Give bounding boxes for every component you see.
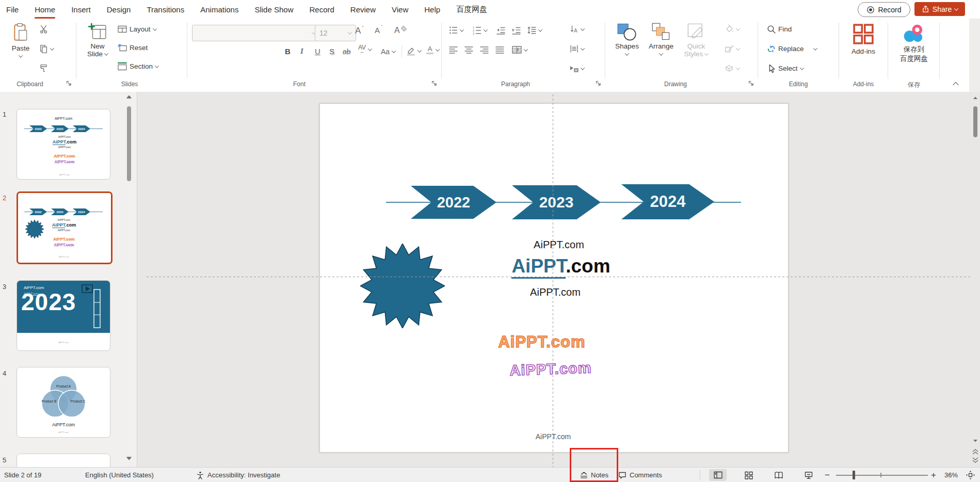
next-slide-button[interactable] [972, 457, 978, 463]
comments-button[interactable]: Comments [618, 468, 662, 482]
view-slide-sorter-button[interactable] [740, 469, 758, 481]
panel-scrollbar[interactable] [125, 93, 133, 466]
menu-slideshow[interactable]: Slide Show [254, 5, 293, 14]
copy-button[interactable] [39, 44, 54, 53]
share-button[interactable]: Share [914, 2, 965, 16]
menu-insert[interactable]: Insert [71, 5, 91, 14]
menu-home[interactable]: Home [35, 5, 55, 14]
decrease-indent-button[interactable] [496, 26, 505, 35]
fit-to-window-button[interactable] [966, 468, 975, 482]
new-slide-button[interactable]: New Slide [82, 23, 114, 58]
canvas-scrollbar-thumb[interactable] [973, 106, 977, 137]
find-button[interactable]: Find [767, 25, 792, 34]
paste-button[interactable]: Paste [7, 23, 34, 58]
font-size-combobox[interactable]: 12 [315, 25, 356, 41]
section-button[interactable]: Section [118, 62, 158, 71]
vertical-guide[interactable] [553, 94, 553, 467]
menu-design[interactable]: Design [107, 5, 131, 14]
slide-thumbnail-5[interactable] [17, 454, 110, 467]
panel-scroll-down-icon[interactable] [126, 456, 132, 460]
character-spacing-button[interactable]: AV↔ [358, 45, 372, 54]
slide-thumbnail-3[interactable]: AiPPT.com AiPPT.com 2023 AiPPT.com [17, 280, 110, 351]
italic-button[interactable]: I [300, 47, 303, 55]
drawing-dialog-launcher[interactable] [748, 81, 754, 87]
bullets-button[interactable] [449, 26, 463, 35]
reset-button[interactable]: Reset [118, 43, 148, 52]
paragraph-dialog-launcher[interactable] [596, 81, 602, 87]
increase-indent-button[interactable] [512, 26, 521, 35]
menu-file[interactable]: File [6, 5, 19, 14]
zoom-in-button[interactable]: + [931, 468, 936, 482]
view-normal-button[interactable] [709, 469, 727, 481]
canvas-scroll-up-icon[interactable] [973, 96, 978, 100]
menu-help[interactable]: Help [424, 5, 440, 14]
zoom-slider-thumb[interactable] [853, 471, 855, 479]
align-right-button[interactable] [480, 45, 489, 54]
slide-editing-surface[interactable]: 2022 2023 2024 AiPPT.com AiPPT.com AiPPT… [319, 103, 789, 453]
menu-record[interactable]: Record [309, 5, 334, 14]
convert-smartart-button[interactable] [570, 64, 584, 73]
collapse-ribbon-button[interactable] [952, 81, 959, 87]
save-to-baidu-button[interactable]: 保存到 百度网盘 [892, 24, 936, 63]
slide-text-purple[interactable]: AiPPT.com [473, 358, 629, 380]
shape-effects-button[interactable] [725, 64, 740, 73]
grow-font-button[interactable]: Aˆ [355, 26, 364, 36]
slide-thumbnail-2[interactable]: 2022 2023 2024 AiPPT.com AiPPT.com AiPPT… [17, 191, 113, 264]
zoom-slider-track[interactable] [836, 475, 928, 476]
record-button[interactable]: Record [858, 2, 910, 17]
underline-button[interactable]: U [315, 47, 320, 55]
quick-styles-button[interactable]: Quick Styles [680, 23, 712, 58]
menu-transitions[interactable]: Transitions [147, 5, 184, 14]
text-direction-button[interactable]: A [570, 25, 584, 34]
font-name-combobox[interactable] [192, 25, 320, 41]
shape-fill-button[interactable] [725, 25, 740, 34]
canvas-scroll-down-icon[interactable] [973, 439, 978, 443]
font-dialog-launcher[interactable] [431, 81, 438, 87]
addins-button[interactable]: Add-ins [845, 24, 881, 55]
starburst-shape[interactable] [360, 244, 445, 328]
line-spacing-button[interactable] [527, 26, 542, 35]
accessibility-status[interactable]: Accessibility: Investigate [196, 468, 280, 482]
language-indicator[interactable]: English (United States) [85, 468, 154, 482]
previous-slide-button[interactable] [972, 449, 978, 455]
slide-text-footer[interactable]: AiPPT.com [502, 432, 605, 441]
strikethrough-button[interactable]: ab [343, 47, 351, 56]
slide-text-small-mid[interactable]: AiPPT.com [504, 286, 607, 298]
menu-review[interactable]: Review [350, 5, 376, 14]
select-button[interactable]: Select [767, 64, 804, 73]
align-center-button[interactable] [464, 45, 473, 54]
menu-animations[interactable]: Animations [200, 5, 238, 14]
view-slideshow-button[interactable] [800, 469, 817, 481]
zoom-level[interactable]: 36% [944, 468, 958, 482]
zoom-out-button[interactable]: − [825, 468, 830, 482]
shape-outline-button[interactable] [725, 44, 740, 53]
clear-formatting-button[interactable]: A [394, 26, 406, 35]
panel-scrollbar-thumb[interactable] [127, 106, 131, 181]
slide-thumbnail-4[interactable]: Product A Product B Product C AiPPT.com … [17, 367, 110, 438]
view-reading-button[interactable] [770, 469, 788, 481]
slide-text-big[interactable]: AiPPT.com [484, 255, 638, 277]
columns-button[interactable] [512, 45, 527, 54]
format-painter-button[interactable] [39, 64, 48, 73]
slide-thumbnail-1[interactable]: AiPPT.com 2022 2023 2024 AiPPT.com AiPPT… [17, 109, 110, 180]
justify-button[interactable] [495, 45, 504, 54]
replace-button[interactable]: bc Replace [767, 44, 817, 53]
slide-text-orange[interactable]: AiPPT.com [464, 333, 619, 351]
canvas-scrollbar[interactable] [971, 92, 980, 467]
shapes-button[interactable]: Shapes [612, 23, 642, 56]
panel-scroll-up-icon[interactable] [126, 95, 132, 99]
text-highlight-button[interactable] [407, 46, 421, 56]
menu-baidu-pan[interactable]: 百度网盘 [456, 5, 487, 14]
bold-button[interactable]: B [285, 47, 291, 55]
horizontal-guide[interactable] [147, 277, 972, 277]
slide-indicator[interactable]: Slide 2 of 19 [4, 468, 41, 482]
slide-text-small-top[interactable]: AiPPT.com [507, 239, 611, 251]
menu-view[interactable]: View [392, 5, 408, 14]
numbering-button[interactable]: 123 [473, 26, 487, 35]
clipboard-dialog-launcher[interactable] [66, 81, 72, 87]
align-text-button[interactable] [570, 44, 584, 53]
arrange-button[interactable]: Arrange [645, 23, 677, 56]
font-color-button[interactable]: A [426, 45, 439, 54]
shrink-font-button[interactable]: Aˇ [375, 26, 382, 35]
align-left-button[interactable] [449, 45, 458, 54]
